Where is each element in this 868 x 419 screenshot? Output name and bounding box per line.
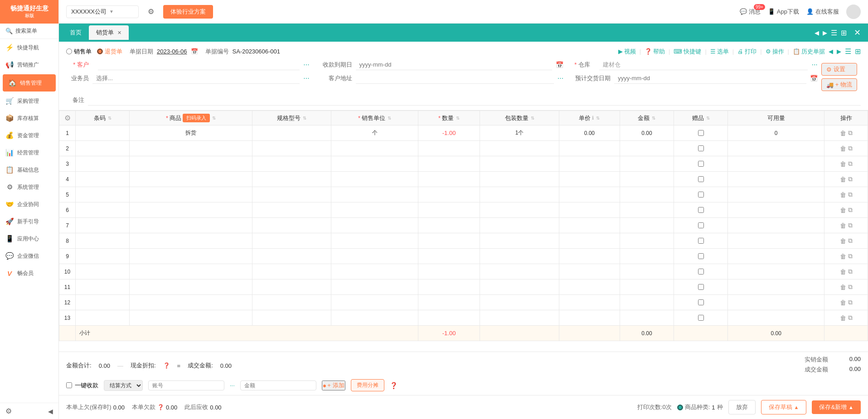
amount-cell[interactable]: 0.00 [620,125,674,141]
gift-checkbox[interactable] [698,253,704,259]
collapse-icon[interactable]: ◀ [48,408,53,415]
customer-dots-icon[interactable]: ··· [303,61,309,69]
gift-checkbox[interactable] [698,161,704,167]
delivery-input[interactable] [614,73,806,84]
print-action[interactable]: 🖨 打印 [737,48,756,56]
select-action[interactable]: ☰ 选单 [710,48,729,56]
copy-icon[interactable]: ⧉ [848,222,853,229]
tab-home[interactable]: 首页 [63,25,89,40]
unit-cell[interactable]: 个 [331,125,418,141]
product-type-radio[interactable] [677,405,683,410]
sales-order-radio[interactable]: 销售单 [66,48,92,56]
gift-sort-icon[interactable]: ⇅ [706,116,710,120]
amount-sort-icon[interactable]: ⇅ [652,116,655,120]
copy-icon[interactable]: ⧉ [848,175,853,183]
gift-checkbox[interactable] [698,176,704,182]
scan-button[interactable]: 扫码录入 [183,114,210,122]
delete-icon[interactable]: 🗑 [840,237,846,245]
copy-icon[interactable]: ⧉ [848,144,853,152]
copy-icon[interactable]: ⧉ [848,191,853,198]
copy-icon[interactable]: ⧉ [848,206,853,214]
history-action[interactable]: 📋 历史单据 [793,48,825,56]
sidebar-item-quick-nav[interactable]: ⚡ 快捷导航 [0,39,58,56]
qty-cell[interactable]: -1.00 [418,125,480,141]
one-click-pay-checkbox[interactable] [66,382,72,388]
sidebar-item-member[interactable]: V 畅会员 [0,265,58,282]
copy-icon[interactable]: ⧉ [848,299,853,306]
sidebar-item-operation[interactable]: 📊 经营管理 [0,144,58,161]
gift-checkbox[interactable] [698,130,704,136]
sidebar-item-marketing[interactable]: 📢 营销推广 [0,56,58,73]
pay-type-select[interactable]: 结算方式 [104,380,143,391]
sidebar-item-guide[interactable]: 🚀 新手引导 [0,213,58,230]
gift-checkbox[interactable] [698,192,704,197]
copy-icon[interactable]: ⧉ [848,314,853,322]
logistics-button[interactable]: 🚚 + 物流 [821,78,857,91]
abandon-button[interactable]: 放弃 [728,400,756,414]
shortcut-action[interactable]: ⌨ 快捷键 [674,48,701,56]
delete-icon[interactable]: 🗑 [840,253,846,260]
copy-icon[interactable]: ⧉ [848,237,853,245]
sidebar-item-purchase[interactable]: 🛒 采购管理 [0,92,58,110]
customer-input[interactable] [98,59,300,70]
pack-qty-cell[interactable]: 1个 [480,125,559,141]
delete-icon[interactable]: 🗑 [840,145,846,152]
sidebar-item-inventory[interactable]: 📦 库存核算 [0,110,58,127]
price-cell[interactable]: 0.00 [559,125,620,141]
address-dots-icon[interactable]: ··· [558,74,563,82]
unit-sort-icon[interactable]: ⇅ [388,116,391,120]
calendar-icon[interactable]: 📅 [191,48,198,55]
help-action[interactable]: ❓ 帮助 [645,48,665,56]
delete-icon[interactable]: 🗑 [840,191,846,198]
copy-icon[interactable]: ⧉ [848,283,853,291]
delete-icon[interactable]: 🗑 [840,268,846,275]
gift-checkbox[interactable] [698,299,704,305]
warehouse-input[interactable] [599,59,808,70]
pay-account-input[interactable] [148,380,224,390]
delete-icon[interactable]: 🗑 [840,299,846,306]
pay-amount-input[interactable] [240,380,316,390]
tab-close-icon[interactable]: ✕ [117,30,121,36]
copy-icon[interactable]: ⧉ [848,252,853,260]
product-sort-icon[interactable]: ⇅ [212,116,216,120]
salesperson-input[interactable] [92,73,300,84]
spec-sort-icon[interactable]: ⇅ [303,116,306,120]
gift-checkbox[interactable] [698,269,704,275]
sidebar-item-wechat[interactable]: 💬 企业微信 [0,247,58,265]
avatar[interactable] [846,5,861,19]
delete-icon[interactable]: 🗑 [840,207,846,214]
address-input[interactable] [356,73,554,84]
list-view-icon[interactable]: ☰ [831,29,837,37]
app-download-item[interactable]: 📱 App下载 [768,8,799,16]
copy-icon[interactable]: ⧉ [848,129,853,137]
expense-tab-button[interactable]: 费用分摊 [351,379,384,391]
sidebar-item-cooperation[interactable]: 🤝 企业协同 [0,196,58,213]
account-dots-icon[interactable]: ··· [230,382,235,389]
nav-next-doc-icon[interactable]: ▶ [837,48,841,55]
nav-prev-icon[interactable]: ◀ [815,29,819,36]
sidebar-item-basic-info[interactable]: 📋 基础信息 [0,161,58,178]
tab-sales-order[interactable]: 销货单 ✕ [89,25,129,40]
gift-checkbox[interactable] [698,284,704,290]
save-new-button[interactable]: 保存&新增 ▲ [812,400,861,414]
gift-checkbox[interactable] [698,145,704,151]
help-icon[interactable]: ❓ [390,382,398,389]
nav-next-icon[interactable]: ▶ [823,29,827,36]
delete-icon[interactable]: 🗑 [840,130,846,137]
product-cell[interactable]: 拆货 [130,125,252,141]
gift-checkbox[interactable] [698,222,704,228]
due-date-calendar-icon[interactable]: 📅 [556,61,563,68]
sidebar-item-system[interactable]: ⚙ 系统管理 [0,178,58,196]
delete-icon[interactable]: 🗑 [840,160,846,168]
gift-checkbox[interactable] [698,315,704,321]
grid-view-icon[interactable]: ⊞ [841,29,847,37]
discount-info-icon[interactable]: ❓ [163,362,170,369]
price-info-icon[interactable]: ℹ [592,115,594,121]
warehouse-dots-icon[interactable]: ··· [811,61,817,69]
add-button[interactable]: ● + 添加 [322,380,345,390]
sidebar-item-app-center[interactable]: 📱 应用中心 [0,230,58,247]
price-sort-icon[interactable]: ⇅ [596,116,600,120]
company-select[interactable]: XXXXXX公司 ▼ [66,5,139,18]
salesperson-dots-icon[interactable]: ··· [303,74,309,82]
copy-icon[interactable]: ⧉ [848,160,853,168]
